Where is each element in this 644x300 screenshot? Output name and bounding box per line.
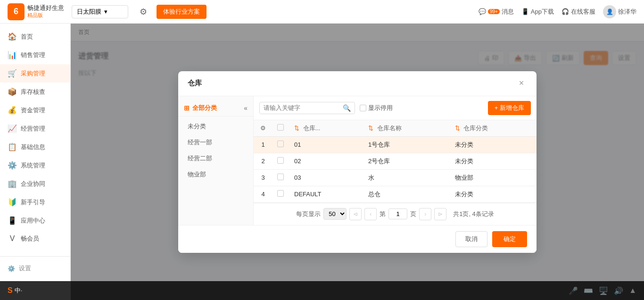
row-name-3: 水 (363, 169, 450, 186)
row-checkbox-4[interactable] (277, 190, 284, 197)
table-row[interactable]: 4 DEFAULT 总仓 未分类 (254, 186, 537, 202)
row-category-3: 物业部 (450, 169, 537, 186)
app-logo: 6 畅捷通好生意 精品版 (8, 3, 64, 20)
add-warehouse-button[interactable]: + 新增仓库 (488, 101, 531, 115)
page-label: 第 (380, 210, 386, 218)
sidebar-label-sales: 销售管理 (21, 51, 45, 59)
search-input-wrap[interactable]: 🔍 (259, 102, 355, 114)
row-category-1: 未分类 (450, 136, 537, 153)
settings-bottom-icon: ⚙️ (8, 265, 15, 272)
show-disabled-toggle[interactable]: 显示停用 (360, 104, 393, 112)
topbar-right: 💬 99+ 消息 📱 App下载 🎧 在线客服 👤 徐泽华 (479, 5, 636, 18)
app-download-label: App下载 (531, 8, 554, 16)
total-info: 共1页, 4条记录 (453, 210, 494, 218)
layout: 🏠 首页 📊 销售管理 🛒 采购管理 📦 库存核查 💰 资金管理 📈 经营管理 … (0, 24, 644, 300)
table-body: 1 01 1号仓库 未分类 2 02 (254, 136, 537, 202)
settings-icon[interactable]: ⚙ (140, 7, 147, 17)
category-item-ops1[interactable]: 经营一部 (178, 134, 253, 150)
row-check-3[interactable] (272, 169, 289, 186)
search-icon: 🔍 (343, 104, 351, 112)
row-num-2: 2 (254, 153, 272, 169)
enterprise-icon: 🏢 (8, 179, 17, 188)
sort-icon-code: ⇅ (294, 125, 299, 132)
sidebar-item-operations[interactable]: 📈 经营管理 (0, 119, 70, 138)
row-checkbox-1[interactable] (277, 141, 284, 147)
show-disabled-checkbox[interactable] (360, 105, 366, 111)
sidebar-item-basic-info[interactable]: 📋 基础信息 (0, 138, 70, 156)
sort-icon-category: ⇅ (455, 125, 460, 132)
modal-header: 仓库 × (178, 71, 537, 96)
sidebar-item-apps[interactable]: 📱 应用中心 (0, 211, 70, 230)
sidebar-item-sales[interactable]: 📊 销售管理 (0, 46, 70, 64)
page-input[interactable] (388, 208, 407, 219)
warehouse-table: ⚙ ⇅ 仓库... (254, 120, 537, 203)
table-row[interactable]: 2 02 2号仓库 未分类 (254, 153, 537, 169)
notification-badge: 99+ (488, 9, 500, 14)
modal-footer: 取消 确定 (178, 225, 537, 253)
show-disabled-label: 显示停用 (368, 104, 393, 112)
category-item-ops2[interactable]: 经营二部 (178, 150, 253, 167)
category-item-property[interactable]: 物业部 (178, 167, 253, 183)
sidebar-item-member[interactable]: V 畅会员 (0, 230, 70, 248)
taskbar-logo: S 中· (8, 286, 22, 295)
store-selector[interactable]: 日太阳膜 ▾ (72, 5, 128, 18)
sidebar-item-purchase[interactable]: 🛒 采购管理 (0, 64, 70, 83)
customer-service-item[interactable]: 🎧 在线客服 (561, 8, 595, 16)
sidebar-settings[interactable]: ⚙️ 设置 (0, 260, 70, 276)
sidebar-label-operations: 经营管理 (21, 125, 45, 133)
row-num-1: 1 (254, 136, 272, 153)
trial-button[interactable]: 体验行业方案 (157, 5, 206, 19)
row-check-4[interactable] (272, 186, 289, 202)
row-category-2: 未分类 (450, 153, 537, 169)
sidebar-label-basic-info: 基础信息 (21, 143, 45, 151)
row-checkbox-2[interactable] (277, 157, 284, 164)
sidebar-label-enterprise: 企业协同 (21, 180, 45, 188)
modal-close-button[interactable]: × (516, 78, 527, 89)
category-label-ops1: 经营一部 (188, 139, 212, 146)
sidebar: 🏠 首页 📊 销售管理 🛒 采购管理 📦 库存核查 💰 资金管理 📈 经营管理 … (0, 24, 71, 300)
table-row[interactable]: 3 03 水 物业部 (254, 169, 537, 186)
user-item[interactable]: 👤 徐泽华 (603, 5, 636, 18)
grid-icon: ⊞ (184, 104, 190, 112)
select-all-checkbox[interactable] (277, 124, 284, 131)
page-next-btn[interactable]: › (419, 208, 431, 220)
notifications-item[interactable]: 💬 99+ 消息 (479, 8, 514, 16)
row-check-1[interactable] (272, 136, 289, 153)
sidebar-label-inventory: 库存核查 (21, 88, 45, 96)
page-last-btn[interactable]: ⊳ (434, 208, 446, 220)
pagination: 每页显示 50 ⊲ ‹ 第 页 › ⊳ 共1页, 4条记录 (254, 203, 537, 225)
th-checkbox (272, 120, 289, 137)
confirm-button[interactable]: 确定 (492, 231, 527, 247)
th-name: ⇅ 仓库名称 (363, 120, 450, 137)
app-download-item[interactable]: 📱 App下载 (521, 8, 554, 16)
member-icon: V (8, 234, 17, 243)
sidebar-item-finance[interactable]: 💰 资金管理 (0, 101, 70, 119)
row-check-2[interactable] (272, 153, 289, 169)
sidebar-item-system[interactable]: ⚙️ 系统管理 (0, 156, 70, 175)
sidebar-label-apps: 应用中心 (21, 217, 45, 225)
th-category: ⇅ 仓库分类 (450, 120, 537, 137)
row-code-3: 03 (289, 169, 363, 186)
row-code-2: 02 (289, 153, 363, 169)
sidebar-item-home[interactable]: 🏠 首页 (0, 27, 70, 46)
sidebar-item-inventory[interactable]: 📦 库存核查 (0, 83, 70, 101)
th-category-label: 仓库分类 (463, 125, 488, 132)
apps-icon: 📱 (8, 216, 17, 225)
sidebar-item-guide[interactable]: 🔰 新手引导 (0, 193, 70, 211)
category-item-uncategorized[interactable]: 未分类 (178, 118, 253, 134)
cancel-button[interactable]: 取消 (455, 231, 487, 247)
th-name-label: 仓库名称 (377, 125, 402, 132)
sales-icon: 📊 (8, 50, 17, 59)
finance-icon: 💰 (8, 106, 17, 115)
all-categories-header[interactable]: ⊞ 全部分类 « (178, 100, 253, 117)
collapse-icon[interactable]: « (244, 104, 248, 112)
page-first-btn[interactable]: ⊲ (349, 208, 362, 220)
page-prev-btn[interactable]: ‹ (364, 208, 377, 220)
search-input[interactable] (264, 104, 343, 111)
bell-icon: 💬 (479, 8, 486, 15)
per-page-select[interactable]: 50 (323, 208, 347, 220)
purchase-icon: 🛒 (8, 69, 17, 78)
row-checkbox-3[interactable] (277, 174, 284, 180)
sidebar-item-enterprise[interactable]: 🏢 企业协同 (0, 175, 70, 193)
table-row[interactable]: 1 01 1号仓库 未分类 (254, 136, 537, 153)
